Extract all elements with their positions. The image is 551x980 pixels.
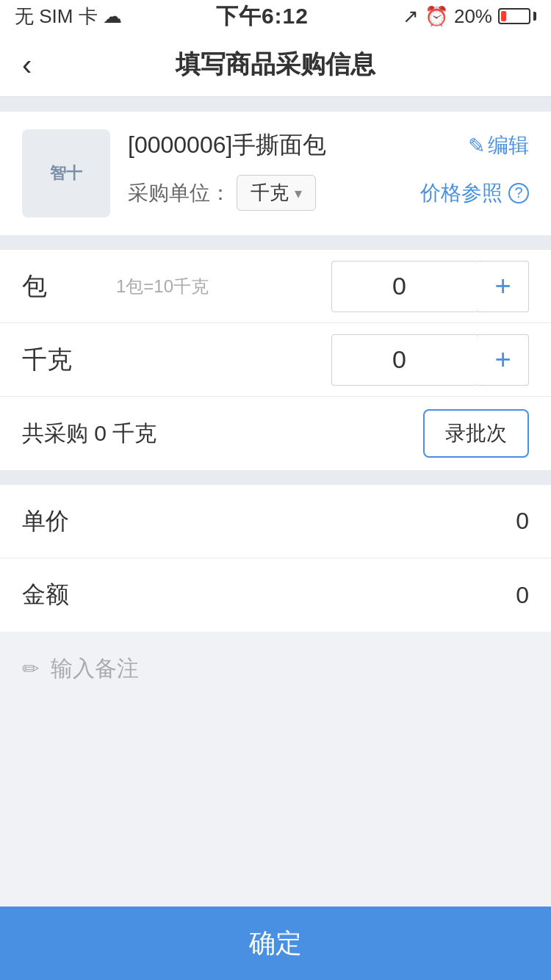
batch-button[interactable]: 录批次 bbox=[423, 409, 529, 458]
bao-qty-wrapper: + bbox=[331, 261, 529, 312]
bao-label: 包 bbox=[22, 270, 110, 303]
product-logo-text: 智十 bbox=[50, 162, 82, 184]
product-info: [0000006]手撕面包 ✎ 编辑 采购单位： 千克 ▾ 价格参照 ? bbox=[128, 129, 529, 211]
edit-button[interactable]: ✎ 编辑 bbox=[468, 131, 529, 159]
amount-label: 金额 bbox=[22, 579, 69, 611]
kg-plus-button[interactable]: + bbox=[478, 334, 529, 386]
product-card: 智十 [0000006]手撕面包 ✎ 编辑 采购单位： 千克 ▾ 价格参照 ? bbox=[0, 112, 551, 235]
summary-text: 共采购 0 千克 bbox=[22, 419, 156, 449]
remark-placeholder: 输入备注 bbox=[51, 654, 139, 684]
unit-select[interactable]: 千克 ▾ bbox=[237, 175, 316, 211]
edit-icon: ✎ bbox=[468, 134, 485, 158]
mid-divider-2 bbox=[0, 470, 551, 485]
price-ref-label: 价格参照 bbox=[420, 179, 503, 207]
bao-input-row: 包 1包=10千克 + bbox=[0, 250, 551, 323]
price-ref-button[interactable]: 价格参照 ? bbox=[420, 179, 529, 207]
status-left: 无 SIM 卡 ☁ bbox=[15, 4, 122, 29]
unit-price-label: 单价 bbox=[22, 505, 69, 538]
location-icon: ↗ bbox=[403, 5, 419, 28]
product-name: [0000006]手撕面包 bbox=[128, 129, 326, 162]
bao-sub-label: 1包=10千克 bbox=[116, 275, 209, 298]
purchase-unit-label: 采购单位： bbox=[128, 179, 231, 207]
bao-plus-icon: + bbox=[494, 270, 511, 302]
pencil-icon: ✏ bbox=[22, 657, 39, 681]
price-info-section: 单价 0 金额 0 bbox=[0, 485, 551, 632]
purchase-unit-left: 采购单位： 千克 ▾ bbox=[128, 175, 316, 211]
unit-dropdown-arrow: ▾ bbox=[295, 184, 302, 202]
unit-value: 千克 bbox=[251, 180, 289, 206]
alarm-icon: ⏰ bbox=[425, 5, 448, 28]
battery-icon bbox=[498, 8, 536, 24]
remark-section[interactable]: ✏ 输入备注 bbox=[0, 632, 551, 852]
amount-value: 0 bbox=[516, 582, 529, 609]
product-image: 智十 bbox=[22, 129, 110, 217]
mid-divider-1 bbox=[0, 235, 551, 250]
kg-label: 千克 bbox=[22, 343, 110, 377]
unit-price-value: 0 bbox=[516, 508, 529, 535]
kg-plus-icon: + bbox=[494, 344, 511, 375]
status-right: ↗ ⏰ 20% bbox=[403, 5, 536, 28]
bao-plus-button[interactable]: + bbox=[478, 261, 529, 312]
purchase-unit-row: 采购单位： 千克 ▾ 价格参照 ? bbox=[128, 175, 529, 211]
back-button[interactable]: ‹ bbox=[22, 50, 32, 79]
amount-row: 金额 0 bbox=[0, 558, 551, 632]
nav-bar: ‹ 填写商品采购信息 bbox=[0, 32, 551, 97]
product-header: [0000006]手撕面包 ✎ 编辑 bbox=[128, 129, 529, 162]
price-ref-icon: ? bbox=[508, 183, 529, 203]
unit-price-row: 单价 0 bbox=[0, 485, 551, 558]
status-bar: 无 SIM 卡 ☁ 下午6:12 ↗ ⏰ 20% bbox=[0, 0, 551, 32]
battery-percent: 20% bbox=[454, 5, 492, 28]
kg-qty-wrapper: + bbox=[331, 334, 529, 386]
status-time: 下午6:12 bbox=[216, 1, 309, 32]
quantity-section: 包 1包=10千克 + 千克 + bbox=[0, 250, 551, 397]
bao-qty-input[interactable] bbox=[331, 261, 478, 312]
confirm-button[interactable]: 确定 bbox=[0, 907, 551, 980]
page-title: 填写商品采购信息 bbox=[176, 48, 375, 82]
sim-status: 无 SIM 卡 ☁ bbox=[15, 4, 122, 29]
summary-row: 共采购 0 千克 录批次 bbox=[0, 397, 551, 470]
kg-input-row: 千克 + bbox=[0, 323, 551, 397]
kg-qty-input[interactable] bbox=[331, 334, 478, 386]
top-divider bbox=[0, 97, 551, 112]
edit-label: 编辑 bbox=[488, 131, 529, 159]
